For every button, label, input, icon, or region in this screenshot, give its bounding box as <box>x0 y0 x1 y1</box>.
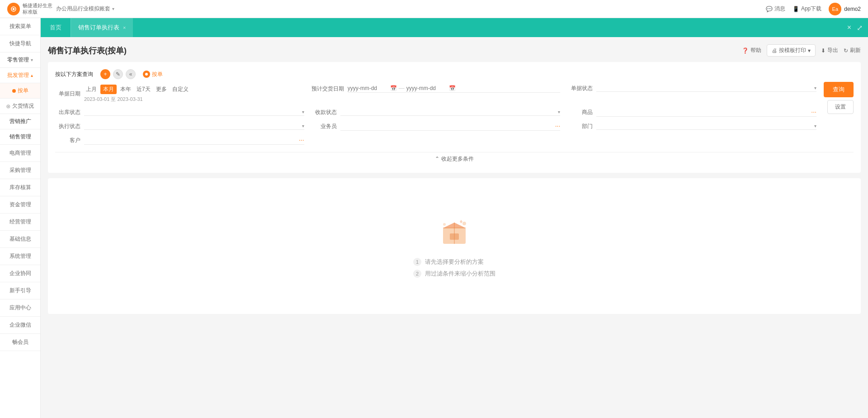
active-scheme[interactable]: 按单 <box>143 71 163 78</box>
tab-active[interactable]: 销售订单执行表 × <box>71 18 133 37</box>
dept-select[interactable]: ▾ <box>596 124 816 130</box>
filter-exec: 执行状态 ▾ <box>55 123 304 130</box>
sidebar-item-appcenter[interactable]: 应用中心 <box>0 299 40 317</box>
retail-expand-icon: ▾ <box>31 57 33 62</box>
breadcrumb-dropdown-btn[interactable]: ▾ <box>112 6 114 11</box>
sidebar-item-purchase[interactable]: 采购管理 <box>0 162 40 179</box>
empty-tip-2: 2 用过滤条件来缩小分析范围 <box>413 270 495 278</box>
scheme-collapse-btn[interactable]: « <box>126 69 136 79</box>
exec-select[interactable]: ▾ <box>84 124 304 130</box>
sidebar-item-marketing[interactable]: 营销推广 <box>0 114 40 129</box>
sidebar-item-basic[interactable]: 基础信息 <box>0 231 40 248</box>
active-scheme-dot <box>143 71 150 78</box>
active-scheme-label: 按单 <box>152 71 163 78</box>
status-chevron-icon: ▾ <box>814 86 816 90</box>
date-tab-custom[interactable]: 自定义 <box>170 85 190 94</box>
ecommerce-label: 电商管理 <box>9 149 31 157</box>
scheme-label: 按以下方案查询 <box>55 71 93 78</box>
date-tab-lastmonth[interactable]: 上月 <box>84 85 99 94</box>
refresh-btn[interactable]: ↻ 刷新 <box>844 47 861 54</box>
help-btn[interactable]: ❓ 帮助 <box>742 47 761 54</box>
filter-salesperson: 业务员 ··· <box>311 122 561 131</box>
date-tab-thismonth[interactable]: 本月 <box>100 85 117 94</box>
tab-close-window-btn[interactable]: × <box>845 22 853 33</box>
page-title: 销售订单执行表(按单) <box>48 45 127 56</box>
sidebar-item-newguide[interactable]: 新手引导 <box>0 282 40 299</box>
sidebar-item-enterprise[interactable]: 企业协同 <box>0 265 40 282</box>
sidebar-item-wholesale[interactable]: 批发管理 ▴ <box>0 68 40 83</box>
appcenter-label: 应用中心 <box>9 304 31 312</box>
tip-text-1: 请先选择要分析的方案 <box>425 258 484 266</box>
user-name: demo2 <box>844 6 861 12</box>
tab-close-btn[interactable]: × <box>123 25 126 30</box>
breadcrumb: 办公用品行业模拟账套 ▾ <box>56 5 114 13</box>
date-tab-thisyear[interactable]: 本年 <box>118 85 133 94</box>
sidebar-item-corpwechat[interactable]: 企业微信 <box>0 317 40 334</box>
logo-text: 畅捷通好生意 标准版 <box>23 3 52 14</box>
logo-area: 畅捷通好生意 标准版 <box>7 3 52 15</box>
goods-picker-btn[interactable]: ··· <box>811 108 816 115</box>
logo-icon <box>7 3 20 15</box>
outstock-select[interactable]: ▾ <box>84 109 304 116</box>
collect-select[interactable]: ▾ <box>340 109 561 116</box>
filter-expected-date: 预计交货日期 📅 — 📅 <box>311 85 561 93</box>
customer-picker-btn[interactable]: ··· <box>299 136 304 143</box>
sidebar-item-finance[interactable]: 资金管理 <box>0 196 40 214</box>
filter-collect: 收款状态 ▾ <box>311 109 561 116</box>
scheme-add-btn[interactable]: + <box>100 69 110 79</box>
page-header: 销售订单执行表(按单) ❓ 帮助 🖨 按模板打印 ▾ ⬇ 导出 <box>48 44 861 57</box>
customer-label: 客户 <box>55 137 80 144</box>
sidebar-sub-debt[interactable]: ◎ 欠货情况 <box>0 99 40 114</box>
print-icon: 🖨 <box>772 48 777 54</box>
avatar: Ea <box>829 3 841 15</box>
wholesale-expand-icon: ▴ <box>31 73 33 78</box>
message-btn[interactable]: 💬 消息 <box>766 5 785 13</box>
user-area[interactable]: Ea demo2 <box>829 3 861 15</box>
sidebar-item-ecommerce[interactable]: 电商管理 <box>0 145 40 162</box>
inventory-label: 库存核算 <box>9 184 31 191</box>
page-actions: ❓ 帮助 🖨 按模板打印 ▾ ⬇ 导出 ↻ 刷新 <box>742 44 861 57</box>
date-tab-more[interactable]: 更多 <box>154 85 169 94</box>
sidebar: 搜索菜单 快捷导航 零售管理 ▾ 批发管理 ▴ 按单 ◎ 欠货情况 营销推广 <box>0 18 41 418</box>
filter-outstock: 出库状态 ▾ <box>55 109 304 116</box>
expected-date-start-input[interactable] <box>348 85 388 91</box>
export-btn[interactable]: ⬇ 导出 <box>821 47 838 54</box>
tab-home[interactable]: 首页 <box>41 18 71 37</box>
sidebar-sub-order[interactable]: 按单 <box>0 83 40 99</box>
expected-date-label: 预计交货日期 <box>311 85 344 93</box>
quicknav-label: 快捷导航 <box>9 40 31 48</box>
date-tab-7days[interactable]: 近7天 <box>135 85 152 94</box>
sidebar-item-member[interactable]: 畅会员 <box>0 334 40 351</box>
collapse-more-bar[interactable]: ⌃ 收起更多条件 <box>55 152 854 166</box>
query-btn[interactable]: 查询 <box>824 82 854 97</box>
app-download-btn[interactable]: 📱 App下载 <box>793 5 821 13</box>
scheme-actions: + ✎ « <box>100 69 136 79</box>
sidebar-item-inventory[interactable]: 库存核算 <box>0 179 40 196</box>
sidebar-item-system[interactable]: 系统管理 <box>0 248 40 265</box>
sidebar-item-retail[interactable]: 零售管理 ▾ <box>0 52 40 68</box>
expected-date-end-input[interactable] <box>406 85 447 91</box>
salesperson-picker-btn[interactable]: ··· <box>555 122 561 129</box>
tab-bar-actions: × ⤢ <box>845 22 868 34</box>
sidebar-item-search[interactable]: 搜索菜单 <box>0 18 40 35</box>
filter-status: 单据状态 ▾ <box>567 85 816 92</box>
search-menu-label: 搜索菜单 <box>9 23 31 30</box>
empty-tip-1: 1 请先选择要分析的方案 <box>413 258 495 266</box>
basic-label: 基础信息 <box>9 235 31 243</box>
order-label: 按单 <box>18 87 28 95</box>
calendar-end-icon: 📅 <box>449 85 456 91</box>
retail-label: 零售管理 <box>7 56 29 64</box>
tab-maximize-btn[interactable]: ⤢ <box>855 22 864 34</box>
sidebar-item-operations[interactable]: 经营管理 <box>0 214 40 231</box>
settings-btn[interactable]: 设置 <box>827 100 854 114</box>
outstock-label: 出库状态 <box>55 109 80 116</box>
empty-illustration <box>436 214 472 251</box>
scheme-edit-btn[interactable]: ✎ <box>113 69 123 79</box>
status-select[interactable]: ▾ <box>596 86 816 92</box>
print-btn[interactable]: 🖨 按模板打印 ▾ <box>767 44 816 57</box>
dept-chevron-icon: ▾ <box>814 124 816 128</box>
sidebar-item-sales[interactable]: 销售管理 <box>0 129 40 145</box>
sidebar-item-quicknav[interactable]: 快捷导航 <box>0 35 40 52</box>
filter-date: 单据日期 上月 本月 本年 近7天 更多 自定义 <box>55 85 304 103</box>
filter-goods: 商品 ··· <box>567 108 816 117</box>
